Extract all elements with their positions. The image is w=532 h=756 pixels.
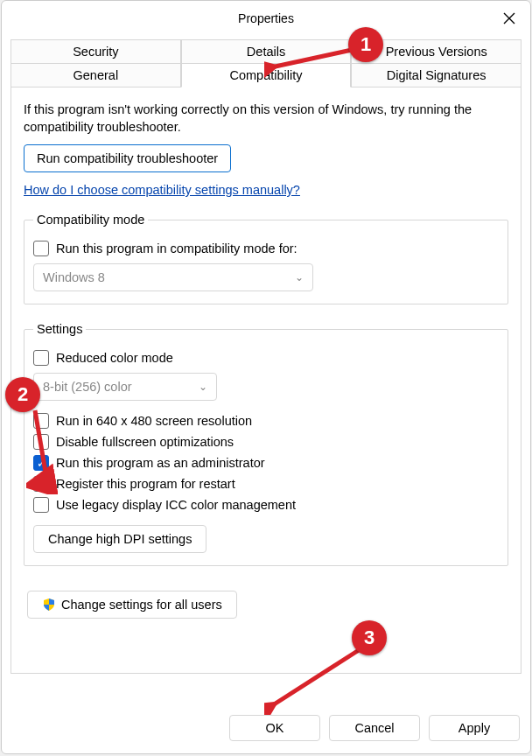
tab-security[interactable]: Security [10, 39, 181, 63]
change-all-users-button[interactable]: Change settings for all users [27, 591, 237, 619]
tab-panel-compatibility: If this program isn't working correctly … [10, 87, 522, 674]
tab-digital-signatures[interactable]: Digital Signatures [351, 63, 522, 87]
settings-legend: Settings [33, 322, 86, 336]
tab-row-2: General Compatibility Digital Signatures [10, 63, 522, 87]
compat-mode-value: Windows 8 [43, 270, 105, 284]
intro-text: If this program isn't working correctly … [24, 102, 508, 136]
close-button[interactable] [488, 1, 530, 36]
tab-details[interactable]: Details [181, 39, 352, 63]
color-depth-value: 8-bit (256) color [43, 380, 132, 394]
titlebar: Properties [2, 1, 530, 36]
register-restart-checkbox[interactable] [33, 476, 49, 492]
compatibility-mode-group: Compatibility mode Run this program in c… [24, 213, 508, 304]
tab-compatibility[interactable]: Compatibility [181, 63, 352, 88]
annotation-badge-2: 2 [5, 377, 40, 412]
run-640x480-checkbox[interactable] [33, 413, 49, 429]
register-restart-label: Register this program for restart [56, 477, 235, 491]
help-link[interactable]: How do I choose compatibility settings m… [24, 183, 300, 197]
cancel-button[interactable]: Cancel [329, 715, 420, 741]
tab-general[interactable]: General [10, 63, 181, 87]
legacy-icc-checkbox[interactable] [33, 497, 49, 513]
disable-fullscreen-checkbox[interactable] [33, 434, 49, 450]
ok-button[interactable]: OK [229, 715, 320, 741]
compat-mode-select[interactable]: Windows 8 ⌄ [33, 263, 313, 291]
change-dpi-button[interactable]: Change high DPI settings [33, 525, 206, 553]
compat-mode-checkbox[interactable] [33, 241, 49, 256]
settings-group: Settings Reduced color mode 8-bit (256) … [24, 322, 508, 566]
chevron-down-icon: ⌄ [295, 271, 304, 284]
tabs-container: Security Details Previous Versions Gener… [10, 39, 522, 87]
reduced-color-checkbox[interactable] [33, 350, 49, 366]
change-all-users-label: Change settings for all users [61, 598, 222, 612]
tab-row-1: Security Details Previous Versions [10, 39, 522, 63]
compat-mode-label: Run this program in compatibility mode f… [56, 242, 298, 256]
dialog-buttons: OK Cancel Apply [229, 715, 520, 741]
shield-icon [42, 598, 56, 612]
disable-fullscreen-label: Disable fullscreen optimizations [56, 435, 234, 449]
close-icon [503, 12, 515, 24]
run-as-admin-label: Run this program as an administrator [56, 456, 265, 470]
annotation-badge-3: 3 [352, 620, 387, 655]
annotation-badge-1: 1 [348, 27, 383, 62]
properties-dialog: Properties Security Details Previous Ver… [1, 0, 531, 754]
legacy-icc-label: Use legacy display ICC color management [56, 498, 296, 512]
run-troubleshooter-button[interactable]: Run compatibility troubleshooter [24, 144, 231, 172]
run-640x480-label: Run in 640 x 480 screen resolution [56, 414, 252, 428]
color-depth-select[interactable]: 8-bit (256) color ⌄ [33, 373, 217, 401]
reduced-color-label: Reduced color mode [56, 351, 173, 365]
compat-legend: Compatibility mode [33, 213, 148, 227]
window-title: Properties [238, 11, 294, 25]
apply-button[interactable]: Apply [429, 715, 520, 741]
chevron-down-icon: ⌄ [199, 381, 207, 393]
run-as-admin-checkbox[interactable]: ✓ [33, 455, 49, 471]
